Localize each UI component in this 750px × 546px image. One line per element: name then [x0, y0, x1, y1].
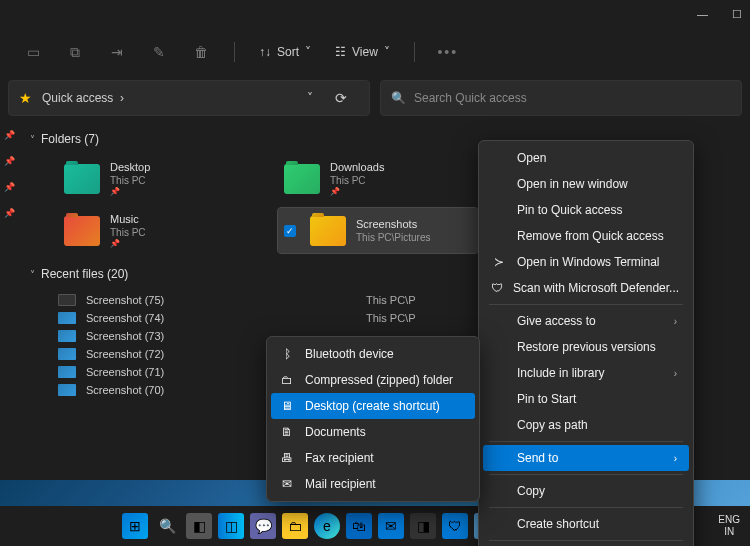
- menu-item[interactable]: Give access to›: [483, 308, 689, 334]
- folder-meta: DesktopThis PC📌: [110, 160, 150, 198]
- folder-meta: MusicThis PC📌: [110, 212, 146, 250]
- terminal-icon[interactable]: ◨: [410, 513, 436, 539]
- folder-location: This PC\Pictures: [356, 231, 430, 244]
- submenu-item[interactable]: ᛒBluetooth device: [271, 341, 475, 367]
- copy-icon[interactable]: ⧉: [66, 43, 84, 61]
- folder-location: This PC: [110, 226, 146, 239]
- folder-icon: [284, 164, 320, 194]
- folder-item[interactable]: DownloadsThis PC📌: [278, 156, 478, 202]
- menu-item[interactable]: Copy as path: [483, 412, 689, 438]
- separator: [414, 42, 415, 62]
- file-explorer-icon[interactable]: 🗀: [282, 513, 308, 539]
- delete-icon[interactable]: 🗑: [192, 43, 210, 61]
- star-icon: ★: [19, 90, 32, 106]
- checkbox-icon: ✓: [284, 225, 296, 237]
- folder-item[interactable]: MusicThis PC📌: [58, 208, 258, 254]
- file-thumbnail: [58, 348, 76, 360]
- menu-item-copy[interactable]: Copy: [483, 478, 689, 504]
- file-thumbnail: [58, 384, 76, 396]
- refresh-icon[interactable]: ⟳: [323, 90, 359, 106]
- store-icon[interactable]: 🛍: [346, 513, 372, 539]
- chevron-down-icon[interactable]: ˅: [307, 91, 313, 105]
- folder-item[interactable]: ✓ScreenshotsThis PC\Pictures: [278, 208, 478, 254]
- file-name: Screenshot (74): [86, 312, 366, 324]
- menu-icon: [491, 202, 507, 218]
- folder-name: Music: [110, 212, 146, 226]
- menu-item[interactable]: Remove from Quick access: [483, 223, 689, 249]
- new-icon[interactable]: ▭: [24, 43, 42, 61]
- taskbar-tray[interactable]: ENGIN: [718, 514, 740, 538]
- submenu-item[interactable]: 🖷Fax recipient: [271, 445, 475, 471]
- menu-icon: 🗎: [279, 424, 295, 440]
- folder-name: Downloads: [330, 160, 384, 174]
- command-bar: ▭ ⧉ ⇥ ✎ 🗑 ↑↓ Sort ˅ ☷ View ˅ •••: [0, 28, 750, 76]
- task-view-icon[interactable]: ◧: [186, 513, 212, 539]
- submenu-item[interactable]: 🖥Desktop (create shortcut): [271, 393, 475, 419]
- menu-separator: [489, 474, 683, 475]
- pin-icon: 📌: [330, 187, 384, 197]
- breadcrumb[interactable]: ★ Quick access › ˅ ⟳: [8, 80, 370, 116]
- menu-item[interactable]: Open: [483, 145, 689, 171]
- menu-icon: 🗀: [279, 372, 295, 388]
- file-thumbnail: [58, 312, 76, 324]
- view-button[interactable]: ☷ View ˅: [335, 45, 390, 59]
- file-thumbnail: [58, 294, 76, 306]
- security-icon[interactable]: 🛡: [442, 513, 468, 539]
- rename-icon[interactable]: ✎: [150, 43, 168, 61]
- chat-icon[interactable]: 💬: [250, 513, 276, 539]
- menu-icon: [491, 176, 507, 192]
- maximize-button[interactable]: ☐: [732, 8, 742, 21]
- pin-icon: 📌: [4, 208, 15, 218]
- folder-meta: ScreenshotsThis PC\Pictures: [356, 217, 430, 244]
- menu-item[interactable]: ≻Open in Windows Terminal: [483, 249, 689, 275]
- folder-icon: [310, 216, 346, 246]
- search-icon: 🔍: [391, 91, 406, 105]
- folder-meta: DownloadsThis PC📌: [330, 160, 384, 198]
- submenu-item[interactable]: 🗀Compressed (zipped) folder: [271, 367, 475, 393]
- menu-item-create-shortcut[interactable]: Create shortcut: [483, 511, 689, 537]
- sort-button[interactable]: ↑↓ Sort ˅: [259, 45, 311, 59]
- search-input[interactable]: 🔍 Search Quick access: [380, 80, 742, 116]
- language-indicator[interactable]: ENGIN: [718, 514, 740, 538]
- menu-item[interactable]: Open in new window: [483, 171, 689, 197]
- file-name: Screenshot (75): [86, 294, 366, 306]
- menu-icon: 🖷: [279, 450, 295, 466]
- context-submenu-sendto: ᛒBluetooth device🗀Compressed (zipped) fo…: [266, 336, 480, 502]
- chevron-right-icon: ›: [674, 368, 677, 379]
- menu-item[interactable]: Include in library›: [483, 360, 689, 386]
- address-bar-row: ★ Quick access › ˅ ⟳ 🔍 Search Quick acce…: [8, 80, 742, 116]
- folder-location: This PC: [330, 174, 384, 187]
- menu-item[interactable]: 🛡Scan with Microsoft Defender...: [483, 275, 689, 301]
- menu-icon: ✉: [279, 476, 295, 492]
- pin-icon: 📌: [110, 187, 150, 197]
- minimize-button[interactable]: —: [697, 8, 708, 20]
- pin-icon: 📌: [4, 130, 15, 140]
- more-icon[interactable]: •••: [439, 43, 457, 61]
- folder-icon: [64, 164, 100, 194]
- folder-item[interactable]: DesktopThis PC📌: [58, 156, 258, 202]
- menu-item[interactable]: Pin to Quick access: [483, 197, 689, 223]
- paste-icon[interactable]: ⇥: [108, 43, 126, 61]
- menu-icon: [491, 228, 507, 244]
- menu-icon: ≻: [491, 254, 507, 270]
- folder-name: Screenshots: [356, 217, 430, 231]
- menu-icon: [491, 150, 507, 166]
- submenu-item[interactable]: ✉Mail recipient: [271, 471, 475, 497]
- menu-separator: [489, 304, 683, 305]
- sidebar-pins: 📌 📌 📌 📌: [0, 130, 18, 218]
- blank-icon: [491, 450, 507, 466]
- menu-item-send-to[interactable]: Send to›: [483, 445, 689, 471]
- folder-location: This PC: [110, 174, 150, 187]
- submenu-item[interactable]: 🗎Documents: [271, 419, 475, 445]
- menu-item[interactable]: Restore previous versions: [483, 334, 689, 360]
- folder-name: Desktop: [110, 160, 150, 174]
- start-button[interactable]: ⊞: [122, 513, 148, 539]
- pin-icon: 📌: [110, 239, 146, 249]
- menu-item[interactable]: Pin to Start: [483, 386, 689, 412]
- taskbar-search-icon[interactable]: 🔍: [154, 513, 180, 539]
- menu-icon: 🖥: [279, 398, 295, 414]
- mail-icon[interactable]: ✉: [378, 513, 404, 539]
- widgets-icon[interactable]: ◫: [218, 513, 244, 539]
- chevron-right-icon: ›: [674, 453, 677, 464]
- edge-icon[interactable]: e: [314, 513, 340, 539]
